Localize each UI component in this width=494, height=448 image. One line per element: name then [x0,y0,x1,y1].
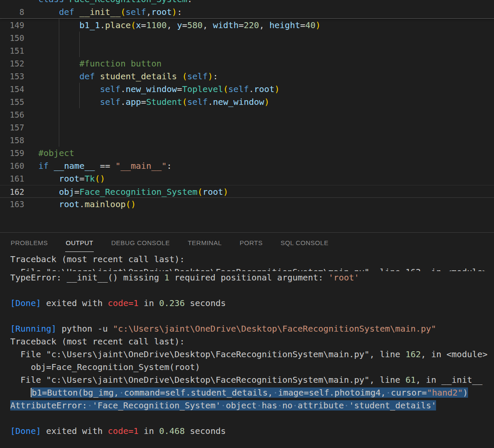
code-line[interactable]: 158 [0,134,494,147]
output-line[interactable] [10,412,494,425]
code-text: if __name__ == "__main__": [38,159,494,172]
line-number[interactable]: 158 [0,134,24,147]
output-token: Traceback (most recent call last): [10,336,185,347]
sticky-scroll[interactable]: class Face_Recognition_System:8 def __in… [0,0,494,19]
output-token: code=1 [108,298,139,308]
code-text: root.mainloop() [38,198,494,211]
code-token: ( [182,97,187,107]
output-line[interactable] [10,284,494,297]
code-token: width [213,20,238,30]
code-line[interactable]: 162 obj=Face_Recognition_System(root) [0,185,494,198]
code-token: self [100,84,121,94]
code-text: self.new_window=Toplevel(self.root) [38,83,494,95]
output-line[interactable]: Traceback (most recent call last): [10,253,494,266]
bottom-panel: PROBLEMSOUTPUTDEBUG CONSOLETERMINALPORTS… [0,232,494,448]
sticky-line-clipped[interactable]: class Face_Recognition_System: [0,0,494,6]
line-number[interactable]: 162 [0,185,24,197]
line-number[interactable] [0,0,24,6]
output-line[interactable]: File "c:\Users\jaint\OneDrive\Desktop\Fa… [10,348,494,361]
output-line[interactable] [10,309,494,322]
whitespace-dot: · [292,400,298,410]
code-token: self [126,7,146,17]
panel-tab-output[interactable]: OUTPUT [65,233,94,252]
line-number[interactable]: 149 [0,19,24,32]
code-line[interactable]: 159#object [0,147,494,159]
line-number[interactable]: 160 [0,159,24,172]
code-token [74,7,79,17]
code-token: . [121,84,126,94]
code-token: : [177,7,182,17]
line-number[interactable]: 151 [0,44,24,57]
line-number[interactable]: 161 [0,172,24,185]
code-line[interactable]: class Face_Recognition_System: [0,0,494,6]
panel-tab-ports[interactable]: PORTS [239,233,263,252]
line-number[interactable]: 156 [0,108,24,121]
code-line[interactable]: 156 [0,108,494,121]
code-token: x [136,20,141,30]
code-line[interactable]: 157 [0,121,494,134]
indent-guide [79,83,80,95]
line-number[interactable]: 159 [0,147,24,159]
code-line[interactable]: 160if __name__ == "__main__": [0,159,494,172]
line-number[interactable]: 152 [0,57,24,70]
code-token: 580 [187,20,202,30]
output-line[interactable]: File "c:\Users\jaint\OneDrive\Desktop\Fa… [10,373,494,386]
code-token: Toplevel [182,84,223,94]
code-token: def [59,7,74,17]
panel-tab-sql-console[interactable]: SQL CONSOLE [280,233,329,252]
output-line[interactable]: TypeError: __init__() missing 1 required… [10,271,494,284]
line-number[interactable]: 153 [0,70,24,83]
code-editor[interactable]: class Face_Recognition_System:8 def __in… [0,0,494,232]
code-token: , [167,20,177,30]
code-token: if [38,161,49,171]
output-line[interactable]: obj=Face_Recognition_System(root) [10,361,494,373]
output-console[interactable]: Traceback (most recent call last): File … [0,252,494,437]
code-line[interactable]: 149 b1_1.place(x=1100, y=580, width=220,… [0,19,494,32]
line-number[interactable]: 163 [0,198,24,211]
output-line[interactable]: File "c:\Users\jaint\OneDrive\Desktop\Fa… [10,266,494,271]
code-token: () [126,199,136,209]
output-token: [Running] [10,324,56,334]
code-token: def [79,71,95,81]
code-token: == [95,161,115,171]
line-number[interactable]: 8 [0,6,24,18]
code-line[interactable]: 152 #function button [0,57,494,70]
code-line[interactable]: 153 def student_details (self): [0,70,494,83]
code-line[interactable]: 161 root=Tk() [0,172,494,185]
code-token: new_window [213,97,264,107]
code-line[interactable]: 154 self.new_window=Toplevel(self.root) [0,83,494,95]
panel-tab-terminal[interactable]: TERMINAL [187,233,222,252]
output-line[interactable]: AttributeError:·'Face_Recognition_System… [10,399,494,412]
code-area[interactable]: 149 b1_1.place(x=1100, y=580, width=220,… [0,19,494,211]
code-token [95,71,100,81]
output-line[interactable]: [Done] exited with code=1 in 0.236 secon… [10,297,494,309]
code-token: = [141,97,146,107]
line-number[interactable]: 154 [0,83,24,95]
line-number[interactable]: 155 [0,95,24,108]
code-line[interactable]: 150 [0,32,494,44]
code-token: #object [38,148,74,158]
line-number[interactable]: 150 [0,32,24,44]
code-token: #function button [79,58,162,69]
output-token: b1=Button(bg_img,·command=self.student_d… [32,387,427,398]
panel-tab-problems[interactable]: PROBLEMS [10,233,48,252]
output-token: obj=Face_Recognition_System(root) [10,362,200,372]
code-text: #object [38,147,494,159]
line-number[interactable]: 157 [0,121,24,134]
code-token: app [126,97,141,107]
output-token: exited with [41,426,108,436]
output-line[interactable]: b1=Button(bg_img,·command=self.student_d… [10,386,494,399]
code-text: def __init__(self,root): [38,6,494,18]
code-line[interactable]: 155 self.app=Student(self.new_window) [0,95,494,108]
panel-tab-debug-console[interactable]: DEBUG CONSOLE [111,233,170,252]
output-line[interactable]: Traceback (most recent call last): [10,335,494,348]
whitespace-dot: · [344,400,349,410]
code-token: self [187,97,208,107]
output-line[interactable]: [Done] exited with code=1 in 0.468 secon… [10,425,494,437]
output-line[interactable]: [Running] python -u "c:\Users\jaint\OneD… [10,322,494,335]
code-line[interactable]: 151 [0,44,494,57]
code-token: = [177,84,182,94]
code-line[interactable]: 8 def __init__(self,root): [0,6,494,18]
output-token [10,387,31,398]
code-line[interactable]: 163 root.mainloop() [0,198,494,211]
